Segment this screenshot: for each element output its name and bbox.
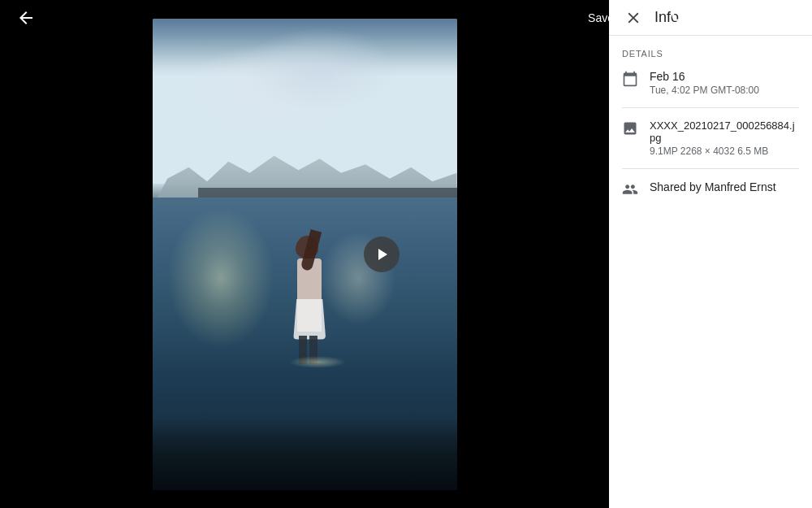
filename: XXXX_20210217_000256884.jpg	[650, 119, 799, 144]
photo-area	[0, 0, 609, 508]
toolbar-left	[10, 2, 42, 34]
date-secondary: Tue, 4:02 PM GMT-08:00	[650, 85, 759, 96]
back-button[interactable]	[10, 2, 42, 34]
zoom-button[interactable]	[663, 2, 695, 34]
info-panel: Info DETAILS Feb 16 Tue, 4:02 PM GMT-08:…	[609, 0, 812, 508]
people-icon	[622, 181, 638, 198]
details-section-label: DETAILS	[609, 42, 812, 62]
toolbar-right: Save	[578, 2, 802, 34]
shared-detail-row: Shared by Manfred Ernst	[609, 172, 812, 206]
image-icon	[622, 120, 638, 137]
more-button[interactable]	[770, 2, 802, 34]
photo-image	[153, 19, 457, 490]
date-primary: Feb 16	[650, 70, 759, 83]
shared-by: Shared by Manfred Ernst	[650, 180, 776, 193]
date-detail-content: Feb 16 Tue, 4:02 PM GMT-08:00	[650, 70, 759, 96]
date-detail-row: Feb 16 Tue, 4:02 PM GMT-08:00	[609, 62, 812, 104]
next-button[interactable]	[364, 237, 400, 272]
calendar-icon	[622, 71, 638, 87]
file-meta: 9.1MP 2268 × 4032 6.5 MB	[650, 145, 799, 157]
info-button[interactable]	[734, 2, 767, 34]
main-container: Save	[0, 0, 812, 508]
file-detail-content: XXXX_20210217_000256884.jpg 9.1MP 2268 ×…	[650, 119, 799, 157]
share-button[interactable]	[627, 2, 659, 34]
photo-container	[153, 19, 457, 490]
toolbar: Save	[0, 0, 812, 36]
divider-2	[622, 168, 799, 169]
favorite-button[interactable]	[698, 2, 731, 34]
shared-detail-content: Shared by Manfred Ernst	[650, 180, 776, 193]
info-body: DETAILS Feb 16 Tue, 4:02 PM GMT-08:00	[609, 36, 812, 508]
divider-1	[622, 107, 799, 108]
save-button[interactable]: Save	[578, 11, 624, 24]
file-detail-row: XXXX_20210217_000256884.jpg 9.1MP 2268 ×…	[609, 111, 812, 165]
